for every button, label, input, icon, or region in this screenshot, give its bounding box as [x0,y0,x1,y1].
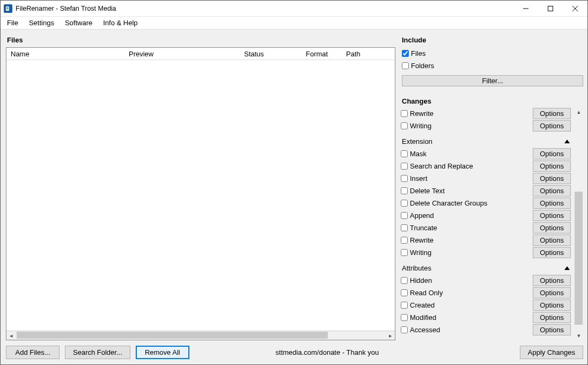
file-table-body[interactable] [6,60,395,331]
right-footer: Apply Changes [401,340,583,359]
chk-truncate[interactable] [401,224,408,231]
column-preview[interactable]: Preview [124,50,240,58]
include-folders-checkbox[interactable] [402,62,409,69]
opt-accessed-button[interactable]: Options [533,324,571,335]
content-area: Files Name Preview Status Format Path ◂ … [1,30,587,364]
lbl-append: Append [410,211,434,220]
file-table: Name Preview Status Format Path ◂ ▸ [6,47,395,340]
column-format[interactable]: Format [302,50,342,58]
lbl-search-replace: Search and Replace [410,162,473,170]
chk-hidden[interactable] [401,277,408,284]
opt-hidden-button[interactable]: Options [533,275,571,286]
chk-accessed[interactable] [401,326,408,333]
svg-rect-2 [6,9,9,9]
app-window: FileRenamer - Stefan Trost Media File Se… [0,0,588,365]
menu-info-help[interactable]: Info & Help [98,17,143,29]
changes-title: Changes [402,97,583,105]
column-name[interactable]: Name [6,50,124,58]
titlebar: FileRenamer - Stefan Trost Media [1,1,587,17]
opt-insert-button[interactable]: Options [533,173,571,184]
include-folders-row: Folders [401,60,583,72]
minimize-button[interactable] [513,1,538,16]
opt-created-button[interactable]: Options [533,300,571,311]
lbl-rewrite2: Rewrite [410,236,433,244]
close-icon [572,6,578,11]
opt-modified-button[interactable]: Options [533,312,571,323]
chk-delete-char-groups[interactable] [401,200,408,207]
files-pane: Files Name Preview Status Format Path ◂ … [1,30,401,364]
opt-delete-text-button[interactable]: Options [533,185,571,196]
include-files-checkbox[interactable] [402,50,409,57]
svg-rect-4 [548,6,553,11]
extension-label: Extension [402,137,432,145]
opt-search-replace-button[interactable]: Options [533,160,571,172]
extension-header[interactable]: Extension [402,137,571,145]
opt-rewrite-button[interactable]: Options [533,108,571,119]
lbl-delete-char-groups: Delete Character Groups [410,199,488,207]
hscroll-track[interactable] [16,331,386,340]
options-pane: Include Files Folders Filter... Changes [401,30,587,364]
options-inner: Include Files Folders Filter... Changes [401,34,583,340]
opt-append-button[interactable]: Options [533,210,571,221]
collapse-icon [564,266,570,270]
chk-read-only[interactable] [401,289,408,296]
chk-append[interactable] [401,212,408,219]
opt-writing2-button[interactable]: Options [533,247,571,258]
vscroll-down-icon[interactable]: ▾ [574,331,583,340]
lbl-modified: Modified [410,313,436,322]
menu-software[interactable]: Software [60,17,98,29]
chk-created[interactable] [401,302,408,309]
remove-all-button[interactable]: Remove All [136,346,189,359]
include-title: Include [402,36,583,44]
include-files-row: Files [401,47,583,60]
lbl-writing: Writing [410,122,431,130]
opt-mask-button[interactable]: Options [533,148,571,159]
vscroll-thumb[interactable] [575,192,583,325]
hscroll-left-icon[interactable]: ◂ [6,331,16,340]
collapse-icon [564,140,570,143]
menu-file[interactable]: File [2,17,24,29]
lbl-writing2: Writing [410,249,431,257]
filter-button[interactable]: Filter... [402,75,583,86]
changes-vscroll[interactable]: ▴ ▾ [574,107,583,340]
lbl-hidden: Hidden [410,276,432,284]
attributes-header[interactable]: Attributes [402,264,571,272]
hscroll-thumb[interactable] [17,332,328,339]
vscroll-up-icon[interactable]: ▴ [574,107,583,116]
apply-changes-button[interactable]: Apply Changes [520,346,583,359]
chk-rewrite2[interactable] [401,237,408,244]
file-table-hscroll[interactable]: ◂ ▸ [6,331,395,340]
attributes-label: Attributes [402,264,431,272]
maximize-icon [548,6,553,11]
column-path[interactable]: Path [342,50,395,58]
opt-delete-char-groups-button[interactable]: Options [533,198,571,209]
maximize-button[interactable] [538,1,563,16]
close-button[interactable] [563,1,587,16]
chk-mask[interactable] [401,150,408,157]
chk-writing2[interactable] [401,249,408,256]
opt-read-only-button[interactable]: Options [533,287,571,298]
add-files-button[interactable]: Add Files... [6,346,60,359]
window-title: FileRenamer - Stefan Trost Media [16,5,513,12]
changes-scroll-shell: Rewrite Options Writing Options Extensio… [401,107,583,340]
include-files-label: Files [411,49,425,57]
app-icon [4,4,12,13]
search-folder-button[interactable]: Search Folder... [65,346,130,359]
chk-insert[interactable] [401,175,408,182]
chk-modified[interactable] [401,314,408,321]
opt-rewrite2-button[interactable]: Options [533,235,571,246]
chk-rewrite[interactable] [401,110,408,117]
hscroll-right-icon[interactable]: ▸ [386,331,395,340]
chk-search-replace[interactable] [401,163,408,170]
minimize-icon [523,6,528,11]
menu-settings[interactable]: Settings [24,17,60,29]
chk-writing[interactable] [401,122,408,129]
lbl-accessed: Accessed [410,326,440,334]
vscroll-track[interactable] [574,116,583,331]
opt-truncate-button[interactable]: Options [533,222,571,233]
changes-groups: Rewrite Options Writing Options Extensio… [401,107,571,340]
column-status[interactable]: Status [240,50,302,58]
changes-title-label: Changes [402,97,431,105]
opt-writing-button[interactable]: Options [533,120,571,132]
chk-delete-text[interactable] [401,187,408,194]
